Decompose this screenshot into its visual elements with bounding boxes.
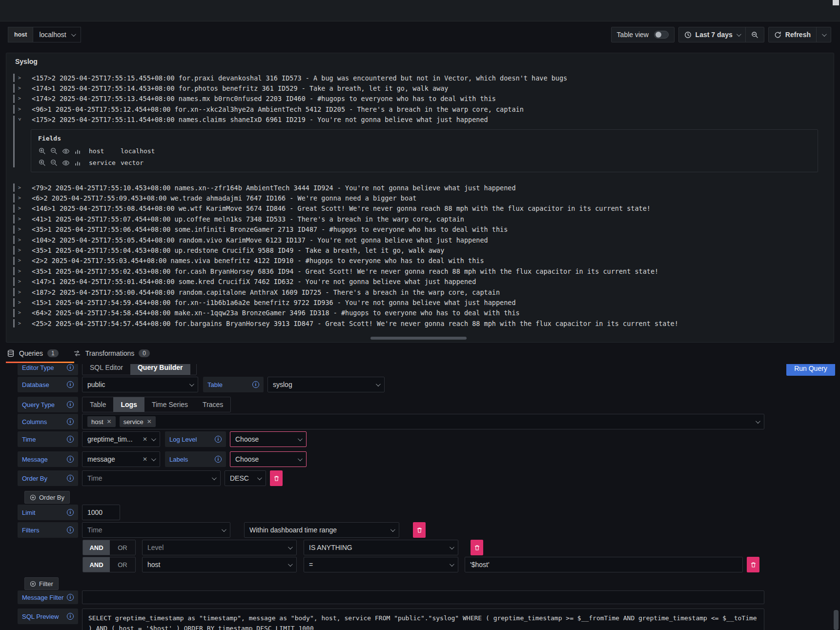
query-type-switch: Table Logs Time Series Traces	[82, 397, 231, 412]
log-row[interactable]: ><2>2 2025-04-25T17:55:03.454+08:00 name…	[13, 256, 830, 266]
order-by-field-select[interactable]: Time	[82, 470, 221, 486]
filter-field-select[interactable]: Time	[82, 522, 230, 538]
tab-transformations[interactable]: Transformations 0	[73, 343, 150, 364]
database-select[interactable]: public	[82, 377, 198, 392]
message-filter-input[interactable]	[82, 590, 764, 604]
refresh-button[interactable]: Refresh	[769, 27, 816, 42]
info-icon[interactable]: i	[67, 475, 74, 482]
table-select[interactable]: syslog	[267, 377, 385, 392]
add-filter-button[interactable]: Filter	[24, 577, 59, 590]
log-row[interactable]: ><15>1 2025-04-25T17:54:59.454+08:00 for…	[13, 297, 830, 307]
add-order-by-button[interactable]: Order By	[24, 491, 70, 504]
limit-input[interactable]: 1000	[82, 505, 120, 520]
log-row[interactable]: ><96>1 2025-04-25T17:55:12.454+08:00 for…	[13, 104, 830, 114]
remove-order-by-button[interactable]	[270, 470, 283, 486]
panel-horizontal-scrollbar[interactable]	[370, 337, 467, 340]
zoom-out-button[interactable]	[746, 27, 764, 42]
log-row[interactable]: ><104>2 2025-04-25T17:55:05.454+08:00 ra…	[13, 235, 830, 245]
eye-icon[interactable]	[61, 159, 70, 167]
info-icon[interactable]: i	[67, 364, 74, 371]
log-row[interactable]: ><146>1 2025-04-25T17:55:08.454+08:00 we…	[13, 203, 830, 214]
or-option[interactable]: OR	[110, 540, 135, 555]
column-chip-host[interactable]: host✕	[87, 416, 116, 427]
remove-condition-button[interactable]	[747, 557, 759, 572]
search-plus-icon[interactable]	[38, 147, 46, 155]
info-icon[interactable]: i	[252, 381, 259, 388]
log-row[interactable]: ><147>1 2025-04-25T17:55:01.454+08:00 so…	[13, 276, 830, 286]
query-type-traces[interactable]: Traces	[195, 397, 230, 412]
query-type-logs[interactable]: Logs	[113, 397, 144, 412]
message-row: Messagei message ✕ Labelsi Choose	[18, 451, 307, 467]
and-option[interactable]: AND	[83, 540, 110, 555]
condition-field-select[interactable]: host	[142, 557, 297, 572]
info-icon[interactable]: i	[67, 381, 74, 388]
stats-bars-icon[interactable]	[73, 160, 82, 166]
page-scrollbar-thumb[interactable]	[833, 0, 839, 5]
filter-condition-row: AND OR host = '$host'	[82, 557, 759, 572]
log-fields-box: Fields host localhost servi	[31, 129, 818, 172]
log-row[interactable]: ><25>2 2025-04-25T17:54:57.454+08:00 for…	[13, 318, 830, 328]
info-icon[interactable]: i	[67, 418, 74, 425]
search-minus-icon[interactable]	[50, 147, 58, 155]
message-column-select[interactable]: message ✕	[82, 451, 160, 467]
condition-operator-select[interactable]: =	[304, 557, 458, 572]
log-level-select[interactable]: Choose	[230, 431, 307, 447]
log-row-expanded[interactable]: ><175>2 2025-04-25T17:55:11.454+08:00 na…	[13, 115, 830, 125]
order-direction-select[interactable]: DESC	[225, 470, 266, 486]
columns-multiselect[interactable]: host✕ service✕	[82, 414, 764, 429]
remove-chip-icon[interactable]: ✕	[147, 418, 152, 425]
search-minus-icon[interactable]	[50, 159, 58, 166]
labels-select[interactable]: Choose	[230, 451, 307, 467]
variable-value-dropdown[interactable]: localhost	[33, 27, 81, 42]
query-type-timeseries[interactable]: Time Series	[144, 397, 195, 412]
log-row[interactable]: ><79>2 2025-04-25T17:55:10.453+08:00 nam…	[13, 183, 830, 193]
info-icon[interactable]: i	[215, 456, 222, 463]
info-icon[interactable]: i	[215, 436, 222, 443]
refresh-interval-dropdown[interactable]	[817, 27, 831, 42]
clear-icon[interactable]: ✕	[143, 436, 147, 443]
info-icon[interactable]: i	[67, 613, 74, 620]
remove-condition-button[interactable]	[471, 540, 483, 555]
database-icon	[7, 349, 15, 357]
info-icon[interactable]: i	[67, 509, 74, 516]
log-row[interactable]: ><41>1 2025-04-25T17:55:07.454+08:00 up.…	[13, 214, 830, 224]
query-type-table[interactable]: Table	[82, 397, 113, 412]
page-scrollbar-thumb-lower[interactable]	[834, 610, 839, 630]
log-row[interactable]: ><6>2 2025-04-25T17:55:09.453+08:00 we.t…	[13, 193, 830, 203]
condition-field-select[interactable]: Level	[142, 540, 297, 555]
and-option[interactable]: AND	[83, 557, 110, 572]
info-icon[interactable]: i	[67, 436, 74, 443]
condition-value-input[interactable]: '$host'	[465, 557, 743, 572]
log-row[interactable]: ><35>1 2025-04-25T17:55:06.454+08:00 som…	[13, 224, 830, 235]
info-icon[interactable]: i	[67, 527, 74, 533]
info-icon[interactable]: i	[67, 401, 74, 408]
template-variable-picker[interactable]: host localhost	[8, 27, 81, 42]
condition-operator-select[interactable]: IS ANYTHING	[304, 540, 458, 555]
log-row[interactable]: ><174>2 2025-04-25T17:55:13.454+08:00 na…	[13, 94, 830, 104]
log-row[interactable]: ><35>1 2025-04-25T17:55:04.453+08:00 up.…	[13, 245, 830, 255]
chevron-down-icon	[390, 527, 395, 532]
log-row[interactable]: ><157>2 2025-04-25T17:55:15.455+08:00 fo…	[13, 73, 830, 83]
log-row[interactable]: ><187>2 2025-04-25T17:55:00.454+08:00 ra…	[13, 287, 830, 297]
dashboard-toolbar: Table view Last 7 days	[611, 27, 831, 42]
search-plus-icon[interactable]	[38, 159, 46, 166]
time-range-button[interactable]: Last 7 days	[679, 27, 745, 42]
clear-icon[interactable]: ✕	[143, 456, 147, 463]
filter-range-select[interactable]: Within dashboard time range	[244, 522, 399, 538]
stats-bars-icon[interactable]	[73, 148, 82, 155]
info-icon[interactable]: i	[67, 594, 74, 601]
log-level-label: Log Leveli	[165, 431, 226, 447]
log-row[interactable]: ><174>1 2025-04-25T17:55:14.453+08:00 fo…	[13, 83, 830, 93]
time-column-select[interactable]: greptime_tim... ✕	[82, 431, 160, 447]
remove-chip-icon[interactable]: ✕	[107, 418, 112, 425]
eye-icon[interactable]	[61, 147, 70, 155]
log-row[interactable]: ><64>2 2025-04-25T17:54:58.454+08:00 mak…	[13, 308, 830, 318]
column-chip-service[interactable]: service✕	[120, 416, 156, 427]
or-option[interactable]: OR	[110, 557, 135, 572]
time-range-label: Last 7 days	[696, 31, 733, 39]
tab-queries[interactable]: Queries 1	[7, 343, 59, 364]
log-row[interactable]: ><35>1 2025-04-25T17:55:02.453+08:00 for…	[13, 266, 830, 276]
table-view-toggle[interactable]	[654, 31, 669, 39]
remove-filter-button[interactable]	[413, 522, 426, 538]
info-icon[interactable]: i	[67, 456, 74, 463]
